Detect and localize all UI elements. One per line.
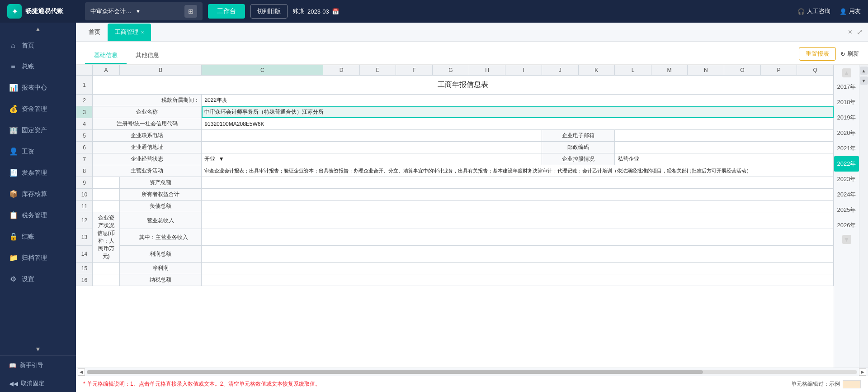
main-biz-value[interactable]: 审查企业会计报表；出具审计报告；验证企业资本；出具验资报告；办理企业合开、分立、… <box>202 165 834 177</box>
new-user-guide[interactable]: 📖 新手引导 <box>0 355 76 375</box>
email-value[interactable] <box>615 130 834 142</box>
biz-status-dropdown-icon[interactable]: ▼ <box>219 156 224 162</box>
equity-value[interactable] <box>202 189 834 201</box>
company-selector[interactable]: 中审众环会计师事务所（特殊普通合伙… ▼ ⊞ <box>85 2 203 20</box>
tab-close-icon[interactable]: × <box>141 29 144 35</box>
col-header-h[interactable]: H <box>469 65 505 76</box>
sub-tabs-left: 基础信息 其他信息 <box>85 48 168 64</box>
col-header-k[interactable]: K <box>578 65 615 76</box>
company-name-value[interactable]: 中审众环会计师事务所（特殊普通合伙）江苏分所 <box>202 106 834 118</box>
postcode-label: 邮政编码 <box>542 142 614 153</box>
collapse-btn-up[interactable]: ▲ <box>860 67 868 75</box>
year-item-2018[interactable]: 2018年 <box>834 95 859 110</box>
table-row: 6 企业通信地址 邮政编码 <box>76 142 834 153</box>
title-cell[interactable]: 工商年报信息表 <box>93 76 834 95</box>
col-header-f[interactable]: F <box>396 65 433 76</box>
table-row: 8 主营业务活动 审查企业会计报表；出具审计报告；验证企业资本；出具验资报告；办… <box>76 165 834 177</box>
spreadsheet-main[interactable]: A B C D E F G H I J K L M <box>76 65 834 368</box>
sidebar-item-inventory[interactable]: 📦 库存核算 <box>0 183 76 205</box>
phone-value[interactable] <box>202 130 542 142</box>
col-header-a[interactable]: A <box>93 65 120 76</box>
period-value-cell[interactable]: 2022年度 <box>202 95 834 106</box>
home-icon: ⌂ <box>9 42 17 50</box>
col-header-g[interactable]: G <box>433 65 469 76</box>
year-item-2017[interactable]: 2017年 <box>834 79 859 95</box>
sidebar-item-payroll[interactable]: 👤 工资 <box>0 141 76 162</box>
sidebar-item-ledger[interactable]: ≡ 总账 <box>0 56 76 77</box>
year-item-2024[interactable]: 2024年 <box>834 187 859 202</box>
sidebar-item-home[interactable]: ⌂ 首页 <box>0 35 76 56</box>
sidebar-item-archive[interactable]: 📁 归档管理 <box>0 247 76 268</box>
sidebar-item-reports[interactable]: 📊 报表中心 <box>0 77 76 98</box>
sidebar-item-close[interactable]: 🔒 结账 <box>0 226 76 247</box>
tab-business[interactable]: 工商管理 × <box>108 24 151 41</box>
year-item-2019[interactable]: 2019年 <box>834 110 859 125</box>
row-num-2: 2 <box>76 95 93 106</box>
consult-button[interactable]: 🎧 人工咨询 <box>797 7 830 15</box>
sub-tab-other[interactable]: 其他信息 <box>127 48 168 64</box>
year-item-2026[interactable]: 2026年 <box>834 218 859 233</box>
revenue-value[interactable] <box>202 212 834 229</box>
sidebar-item-assets[interactable]: 🏢 固定资产 <box>0 120 76 141</box>
sidebar-item-tax[interactable]: 📋 税务管理 <box>0 205 76 226</box>
year-nav-up[interactable]: ▲ <box>834 67 859 79</box>
biz-status-value[interactable]: 开业 ▼ <box>202 153 542 165</box>
profit-value[interactable] <box>202 246 834 263</box>
col-header-c[interactable]: C <box>202 65 323 76</box>
main-revenue-value[interactable] <box>202 229 834 246</box>
scroll-left-button[interactable]: ◀ <box>78 368 85 376</box>
sidebar-item-settings[interactable]: ⚙ 设置 <box>0 268 76 290</box>
old-version-button[interactable]: 切到旧版 <box>250 4 288 19</box>
tax-total-value[interactable] <box>202 274 834 286</box>
col-header-m[interactable]: M <box>651 65 688 76</box>
col-header-j[interactable]: J <box>542 65 578 76</box>
scroll-track[interactable] <box>87 370 857 374</box>
scroll-right-button[interactable]: ▶ <box>859 368 866 376</box>
sidebar-item-finance[interactable]: 💰 资金管理 <box>0 98 76 120</box>
row-num-14: 14 <box>76 246 93 263</box>
user-button[interactable]: 👤 用友 <box>840 7 861 15</box>
col-header-e[interactable]: E <box>359 65 396 76</box>
reg-code-value[interactable]: 91320100MA208E5W6K <box>202 118 834 130</box>
year-nav-down[interactable]: ▼ <box>834 233 859 246</box>
col-header-n[interactable]: N <box>688 65 724 76</box>
net-profit-value[interactable] <box>202 263 834 274</box>
sub-tab-basic[interactable]: 基础信息 <box>85 48 127 64</box>
postcode-value[interactable] <box>615 142 834 153</box>
table-row: 7 企业经营状态 开业 ▼ 企业控股情况 私营企业 <box>76 153 834 165</box>
col-header-q[interactable]: Q <box>797 65 834 76</box>
revenue-label: 营业总收入 <box>120 212 202 229</box>
row-num-16: 16 <box>76 274 93 286</box>
cancel-fixed[interactable]: ◀◀ 取消固定 <box>0 375 76 392</box>
col-header-b[interactable]: B <box>120 65 202 76</box>
workbench-button[interactable]: 工作台 <box>208 4 245 19</box>
reset-report-button[interactable]: 重置报表 <box>799 47 836 61</box>
year-item-2023[interactable]: 2023年 <box>834 172 859 187</box>
sidebar-scroll-down[interactable]: ▼ <box>0 343 76 355</box>
col-header-i[interactable]: I <box>505 65 542 76</box>
header-right: 🎧 人工咨询 👤 用友 <box>797 7 861 15</box>
year-item-2021[interactable]: 2021年 <box>834 141 859 156</box>
col-header-d[interactable]: D <box>323 65 360 76</box>
control-value[interactable]: 私营企业 <box>615 153 834 165</box>
year-item-2020[interactable]: 2020年 <box>834 125 859 141</box>
sidebar-item-invoice[interactable]: 🧾 发票管理 <box>0 162 76 183</box>
calendar-icon[interactable]: 📅 <box>332 8 339 15</box>
logo-area: ✦ 畅捷通易代账 <box>7 4 80 19</box>
address-value[interactable] <box>202 142 542 153</box>
col-header-o[interactable]: O <box>724 65 761 76</box>
window-expand-button[interactable]: ⤢ <box>857 28 863 36</box>
sidebar-scroll-up[interactable]: ▲ <box>0 23 76 35</box>
year-item-2025[interactable]: 2025年 <box>834 202 859 218</box>
logo-text: 畅捷通易代账 <box>25 7 63 15</box>
collapse-btn-down[interactable]: ▼ <box>860 76 868 85</box>
tab-home[interactable]: 首页 <box>81 24 108 41</box>
consult-label: 人工咨询 <box>807 7 830 15</box>
year-item-2022[interactable]: 2022年 <box>834 156 859 172</box>
assets-value[interactable] <box>202 177 834 189</box>
col-header-p[interactable]: P <box>760 65 797 76</box>
liability-value[interactable] <box>202 201 834 212</box>
window-close-button[interactable]: × <box>848 28 852 36</box>
refresh-button[interactable]: ↻ 刷新 <box>840 50 859 58</box>
col-header-l[interactable]: L <box>615 65 651 76</box>
